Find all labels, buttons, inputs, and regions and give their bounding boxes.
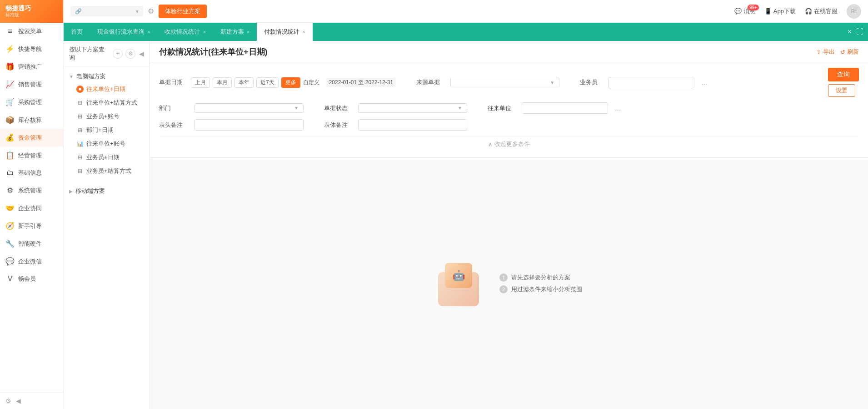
wechat-icon: 💬 [5, 257, 15, 266]
collapse-icon: ∧ [488, 141, 493, 148]
topbar-right: 💬 消息 99+ 📱 App下载 🎧 在线客服 Rit [734, 4, 861, 19]
tab-label-payment-stats: 付款情况统计 [264, 28, 299, 36]
sidebar-item-member[interactable]: V畅会员 [0, 270, 63, 288]
date-opt-last-month[interactable]: 上月 [191, 77, 210, 88]
tab-close-receipt-stats[interactable]: × [203, 29, 205, 35]
scheme-item-staff-date[interactable]: ⊞业务员+日期 [64, 151, 150, 164]
message-icon: 💬 [734, 8, 742, 15]
wechat-label: 企业微信 [18, 258, 42, 266]
sidebar-item-guide[interactable]: 🧭新手引导 [0, 217, 63, 235]
tab-close-new-scheme[interactable]: × [247, 29, 249, 35]
sidebar-item-enterprise[interactable]: 🤝企业协同 [0, 199, 63, 217]
tab-home[interactable]: 首页 [64, 23, 90, 41]
staff-dots[interactable]: ... [701, 78, 707, 86]
sidebar-item-basic-info[interactable]: 🗂基础信息 [0, 164, 63, 182]
filter-row-1: 单据日期 上月 本月 本年 近7天 更多 自定义 2022-01-01 至 20… [159, 68, 859, 97]
member-icon: V [5, 275, 15, 283]
add-scheme-btn[interactable]: + [113, 49, 123, 59]
tab-expand-icon[interactable]: ⛶ [856, 28, 863, 36]
dept-dropdown[interactable]: ▼ [195, 103, 304, 113]
tab-close-window-icon[interactable]: × [848, 28, 852, 36]
sidebar-nav: ≡搜索菜单⚡快捷导航🎁营销推广📈销售管理🛒采购管理📦库存核算💰资金管理📋经营管理… [0, 23, 63, 288]
finance-icon: 💰 [5, 133, 15, 142]
date-opt-7days[interactable]: 近7天 [256, 77, 279, 88]
scheme-item-unit-account[interactable]: 📊往来单位+账号 [64, 137, 150, 151]
tab-bank-flow[interactable]: 现金银行流水查询× [90, 23, 157, 41]
message-btn[interactable]: 💬 消息 99+ [734, 7, 755, 15]
date-opt-this-month[interactable]: 本月 [213, 77, 232, 88]
mobile-group-label: 移动端方案 [75, 187, 105, 195]
online-service-btn[interactable]: 🎧 在线客服 [805, 7, 838, 15]
scheme-item-staff-account[interactable]: ⊞业务员+账号 [64, 110, 150, 123]
tab-close-payment-stats[interactable]: × [302, 29, 305, 35]
body-note-input[interactable] [358, 119, 467, 131]
body-note-label: 表体备注 [324, 121, 348, 129]
scheme-settings-btn[interactable]: ⚙ [125, 49, 135, 59]
tabbar: 首页现金银行流水查询×收款情况统计×新建方案×付款情况统计× × ⛶ [64, 23, 868, 41]
filter-row-2: 部门 ▼ 单据状态 ▼ 往来单位 ... [159, 102, 859, 114]
system-label: 系统管理 [18, 187, 42, 195]
header-note-input[interactable] [195, 119, 304, 131]
sidebar-item-inventory[interactable]: 📦库存核算 [0, 111, 63, 129]
sidebar-item-sales[interactable]: 📈销售管理 [0, 76, 63, 93]
scheme-item-staff-settlement[interactable]: ⊞业务员+结算方式 [64, 164, 150, 178]
desktop-group-arrow: ▼ [69, 74, 74, 79]
logo-text: 畅捷通巧 [5, 5, 31, 12]
mobile-scheme-group: ▶ 移动端方案 [64, 182, 150, 201]
enterprise-icon: 🤝 [5, 204, 15, 212]
sidebar-item-search[interactable]: ≡搜索菜单 [0, 23, 63, 40]
main-area: 🔗 ▼ ⚙ 体验行业方案 💬 消息 99+ 📱 App下载 🎧 在线客服 Rit [64, 0, 868, 409]
filter-settings-button[interactable]: 设置 [828, 84, 855, 97]
purchase-label: 采购管理 [18, 98, 42, 106]
sidebar-item-quick-nav[interactable]: ⚡快捷导航 [0, 40, 63, 58]
address-bar[interactable]: 🔗 ▼ [70, 6, 143, 16]
tab-right-actions: × ⛶ [848, 23, 868, 41]
collapse-btn[interactable]: ∧ 收起更多条件 [488, 140, 530, 148]
sidebar-item-operations[interactable]: 📋经营管理 [0, 146, 63, 164]
header-note-label: 表头备注 [159, 121, 184, 129]
settings-icon[interactable]: ⚙ [5, 397, 11, 404]
scheme-item-unit-settlement[interactable]: ⊞往来单位+结算方式 [64, 96, 150, 110]
sidebar-item-marketing[interactable]: 🎁营销推广 [0, 58, 63, 76]
related-unit-dots[interactable]: ... [615, 104, 621, 112]
operations-icon: 📋 [5, 151, 15, 160]
sidebar-item-wechat[interactable]: 💬企业微信 [0, 252, 63, 270]
desktop-group-label: 电脑端方案 [76, 72, 106, 81]
bill-status-dropdown[interactable]: ▼ [358, 103, 467, 113]
trial-button[interactable]: 体验行业方案 [159, 5, 207, 18]
date-range-value[interactable]: 2022-01-01 至 2022-12-31 [326, 78, 396, 87]
scheme-item-unit-date[interactable]: 往来单位+日期 [64, 82, 150, 96]
hint-num-2: 2 [499, 285, 508, 293]
tab-receipt-stats[interactable]: 收款情况统计× [157, 23, 213, 41]
date-opt-more[interactable]: 更多 [281, 77, 300, 88]
user-avatar[interactable]: Rit [847, 4, 861, 19]
empty-state: 🤖 1 请先选择要分析的方案 2 用过滤条件来缩小分析范围 [150, 158, 868, 409]
topbar-gear-icon[interactable]: ⚙ [148, 7, 154, 15]
refresh-btn[interactable]: ↺ 刷新 [840, 48, 859, 56]
related-unit-input[interactable] [522, 102, 608, 114]
source-bill-dropdown[interactable]: ▼ [450, 78, 559, 87]
date-opt-custom[interactable]: 自定义 [303, 79, 319, 86]
tab-new-scheme[interactable]: 新建方案× [213, 23, 257, 41]
sidebar-item-purchase[interactable]: 🛒采购管理 [0, 93, 63, 111]
scheme-table-icon: ⊞ [76, 167, 84, 175]
tab-close-bank-flow[interactable]: × [147, 29, 150, 35]
sidebar-item-finance[interactable]: 💰资金管理 [0, 129, 63, 146]
empty-content: 🤖 1 请先选择要分析的方案 2 用过滤条件来缩小分析范围 [436, 261, 582, 306]
collapse-sidebar-icon[interactable]: ◀ [16, 397, 21, 404]
app-download-btn[interactable]: 📱 App下载 [764, 7, 796, 15]
date-opt-this-year[interactable]: 本年 [234, 77, 254, 88]
tab-payment-stats[interactable]: 付款情况统计× [257, 23, 312, 41]
scheme-table-icon: ⊞ [76, 126, 84, 134]
desktop-group-title[interactable]: ▼ 电脑端方案 [64, 71, 150, 82]
source-bill-arrow: ▼ [550, 80, 554, 85]
scheme-collapse-btn[interactable]: ◀ [139, 50, 144, 57]
scheme-item-label-unit-settlement: 往来单位+结算方式 [86, 99, 137, 107]
staff-input[interactable] [608, 77, 694, 88]
query-button[interactable]: 查询 [828, 68, 859, 81]
export-btn[interactable]: ⇪ 导出 [816, 48, 835, 56]
sidebar-item-system[interactable]: ⚙系统管理 [0, 182, 63, 199]
mobile-group-title[interactable]: ▶ 移动端方案 [64, 185, 150, 197]
scheme-item-dept-date[interactable]: ⊞部门+日期 [64, 123, 150, 137]
sidebar-item-hardware[interactable]: 🔧智能硬件 [0, 235, 63, 252]
